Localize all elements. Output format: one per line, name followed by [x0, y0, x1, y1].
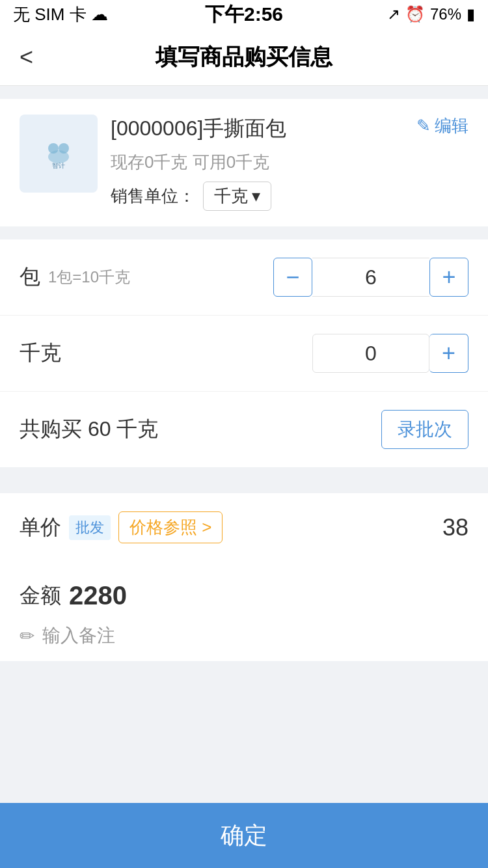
bag-quantity-row: 包 1包=10千克 − +	[0, 239, 488, 316]
product-card: 智计 [0000006]手撕面包 ✎ 编辑 现存0千克 可用0千克 销售单位： …	[0, 99, 488, 226]
price-section: 单价 批发 价格参照 > 38	[0, 493, 488, 562]
product-info: [0000006]手撕面包 ✎ 编辑 现存0千克 可用0千克 销售单位： 千克 …	[111, 115, 468, 211]
page-title: 填写商品购买信息	[156, 42, 332, 72]
confirm-button[interactable]: 确定	[0, 803, 488, 868]
amount-row: 金额 2280	[20, 581, 468, 610]
bag-quantity-control: − +	[273, 258, 468, 297]
edit-icon: ✎	[416, 116, 431, 136]
section-divider-2	[0, 467, 488, 480]
kg-increment-button[interactable]: +	[429, 334, 468, 373]
bag-decrement-button[interactable]: −	[273, 258, 312, 297]
bag-quantity-input[interactable]	[312, 258, 429, 297]
svg-text:智计: 智计	[52, 162, 65, 169]
price-label: 单价	[20, 513, 61, 542]
product-image: 智计	[20, 115, 98, 193]
nav-bar: < 填写商品购买信息	[0, 29, 488, 86]
product-unit-row: 销售单位： 千克 ▾	[111, 182, 468, 211]
remark-icon: ✏	[20, 625, 34, 647]
price-row: 单价 批发 价格参照 > 38	[0, 493, 488, 562]
price-value: 38	[442, 514, 468, 541]
bag-hint: 1包=10千克	[48, 267, 130, 288]
product-name: [0000006]手撕面包	[111, 115, 286, 143]
amount-value: 2280	[69, 581, 127, 610]
kg-quantity-control: +	[312, 334, 468, 373]
unit-dropdown[interactable]: 千克 ▾	[203, 182, 271, 211]
record-batch-button[interactable]: 录批次	[381, 410, 468, 449]
bag-increment-button[interactable]: +	[429, 258, 468, 297]
price-label-group: 单价 批发 价格参照 >	[20, 511, 223, 543]
battery-icon: ▮	[467, 5, 475, 23]
alarm-icon: ⏰	[405, 5, 425, 23]
kg-label: 千克	[20, 339, 61, 368]
location-icon: ↗	[387, 5, 400, 23]
status-left: 无 SIM 卡 ☁	[13, 3, 108, 26]
battery-label: 76%	[430, 5, 461, 23]
amount-label: 金额	[20, 582, 61, 610]
price-ref-button[interactable]: 价格参照 >	[118, 511, 223, 543]
quantity-section: 包 1包=10千克 − + 千克 + 共购买 60 千克 录批次	[0, 239, 488, 467]
unit-value: 千克	[214, 185, 248, 208]
svg-point-2	[48, 150, 69, 163]
total-row: 共购买 60 千克 录批次	[0, 392, 488, 467]
status-bar: 无 SIM 卡 ☁ 下午2:56 ↗ ⏰ 76% ▮	[0, 0, 488, 29]
kg-quantity-row: 千克 +	[0, 316, 488, 392]
bag-label: 包	[20, 263, 40, 292]
dropdown-arrow-icon: ▾	[252, 186, 260, 206]
product-stock: 现存0千克 可用0千克	[111, 151, 468, 174]
edit-button[interactable]: ✎ 编辑	[416, 115, 468, 137]
remark-label: 输入备注	[42, 623, 115, 648]
sim-label: 无 SIM 卡 ☁	[13, 5, 108, 24]
section-divider-1	[0, 226, 488, 239]
status-right: ↗ ⏰ 76% ▮	[387, 5, 475, 23]
kg-quantity-input[interactable]	[312, 334, 429, 373]
price-tag: 批发	[69, 515, 111, 540]
remark-row[interactable]: ✏ 输入备注	[20, 623, 468, 648]
total-label: 共购买 60 千克	[20, 415, 158, 444]
status-time: 下午2:56	[205, 1, 283, 28]
unit-label: 销售单位：	[111, 185, 195, 208]
back-button[interactable]: <	[20, 44, 33, 71]
amount-section: 金额 2280 ✏ 输入备注	[0, 562, 488, 661]
